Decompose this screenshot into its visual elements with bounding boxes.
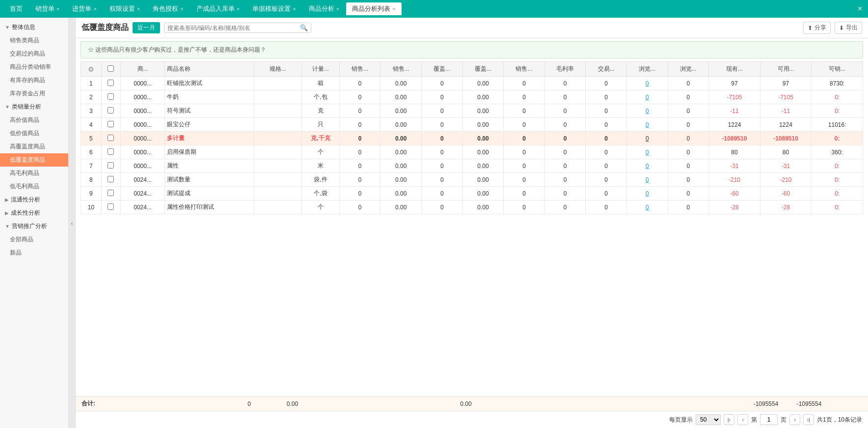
row-s1: 0 — [339, 187, 380, 200]
select-all-checkbox[interactable] — [108, 65, 114, 72]
row-checkbox[interactable] — [108, 107, 114, 114]
sidebar-item-high-margin[interactable]: 高毛利商品 — [0, 167, 68, 180]
sidebar-section-overall[interactable]: ▼ 整体信息 — [0, 21, 68, 34]
nav-close-purchase[interactable]: × — [93, 6, 96, 12]
sidebar-item-category-rate[interactable]: 商品分类动销率 — [0, 60, 68, 74]
row-check[interactable] — [101, 173, 120, 187]
row-spec — [254, 118, 302, 132]
sidebar-section-circulation[interactable]: ▶ 流通性分析 — [0, 193, 68, 206]
row-spec — [254, 77, 302, 90]
next-page-button[interactable]: › — [789, 414, 800, 425]
row-browse1[interactable]: 0 — [627, 173, 668, 187]
sidebar-item-low-value[interactable]: 低价值商品 — [0, 127, 68, 140]
search-input[interactable] — [167, 25, 300, 31]
sidebar-item-low-coverage[interactable]: 低覆盖度商品 — [0, 153, 68, 167]
nav-close-all-button[interactable]: × — [858, 4, 862, 13]
nav-close-analysis-list[interactable]: × — [392, 6, 395, 12]
row-checkbox[interactable] — [108, 176, 114, 182]
sidebar-item-low-margin[interactable]: 低毛利商品 — [0, 180, 68, 193]
nav-close-products[interactable]: × — [237, 6, 240, 12]
sidebar-item-in-stock[interactable]: 有库存的商品 — [0, 74, 68, 87]
row-trade: 0 — [586, 132, 627, 145]
row-check[interactable] — [101, 145, 120, 159]
row-check[interactable] — [101, 104, 120, 118]
per-page-select[interactable]: 50 100 — [696, 414, 721, 425]
row-spec — [254, 104, 302, 118]
row-checkbox[interactable] — [108, 93, 114, 100]
sidebar-item-sales-goods[interactable]: 销售类商品 — [0, 34, 68, 47]
sidebar-section-sales-analysis[interactable]: ▼ 类销量分析 — [0, 100, 68, 114]
nav-close-sales[interactable]: × — [56, 6, 59, 12]
row-check[interactable] — [101, 77, 120, 90]
nav-templates[interactable]: 单据模板设置 × — [246, 2, 301, 15]
row-checkbox[interactable] — [108, 162, 114, 169]
row-browse1[interactable]: 0 — [627, 132, 668, 145]
col-settings[interactable]: ⚙ — [81, 62, 102, 77]
row-browse1[interactable]: 0 — [627, 90, 668, 104]
row-browse1[interactable]: 0 — [627, 104, 668, 118]
nav-close-templates[interactable]: × — [293, 6, 296, 12]
nav-roles[interactable]: 角色授权 × — [147, 2, 189, 15]
row-s2: 0.00 — [380, 104, 422, 118]
row-checkbox[interactable] — [108, 190, 114, 196]
last-page-button[interactable]: ›| — [803, 414, 814, 425]
sidebar-item-traded-goods[interactable]: 交易过的商品 — [0, 47, 68, 60]
sidebar-collapse-button[interactable]: ‹ — [69, 18, 76, 428]
nav-close-analysis[interactable]: × — [336, 6, 339, 12]
footer-stock2: -1095554 — [789, 400, 829, 407]
row-browse1[interactable]: 0 — [627, 77, 668, 90]
nav-permissions[interactable]: 权限设置 × — [104, 2, 146, 15]
period-button[interactable]: 近一月 — [133, 22, 160, 33]
sidebar-item-high-coverage[interactable]: 高覆盖度商品 — [0, 140, 68, 153]
row-browse1[interactable]: 0 — [627, 159, 668, 173]
nav-home[interactable]: 首页 — [4, 2, 28, 15]
gear-icon[interactable]: ⚙ — [88, 65, 94, 73]
nav-close-permissions[interactable]: × — [137, 6, 140, 12]
nav-sales[interactable]: 销货单 × — [29, 2, 65, 15]
row-check[interactable] — [101, 90, 120, 104]
row-stock1: 1224 — [709, 118, 760, 132]
row-s1: 0 — [339, 200, 380, 214]
col-checkbox[interactable] — [101, 62, 120, 77]
row-checkbox[interactable] — [108, 203, 114, 210]
row-s2: 0.00 — [380, 187, 422, 200]
page-input[interactable] — [760, 414, 778, 425]
nav-analysis[interactable]: 商品分析 × — [303, 2, 345, 15]
row-browse1[interactable]: 0 — [627, 200, 668, 214]
row-check[interactable] — [101, 200, 120, 214]
row-checkbox[interactable] — [108, 135, 114, 141]
row-checkbox[interactable] — [108, 121, 114, 127]
row-browse1[interactable]: 0 — [627, 118, 668, 132]
row-stock1: -60 — [709, 187, 760, 200]
row-name: 测试提成 — [165, 187, 254, 200]
nav-analysis-list[interactable]: 商品分析列表 × — [346, 2, 401, 15]
row-check[interactable] — [101, 187, 120, 200]
row-s2: 0.00 — [380, 90, 422, 104]
first-page-button[interactable]: |‹ — [724, 414, 734, 425]
row-unit: 个 — [302, 200, 340, 214]
row-checkbox[interactable] — [108, 80, 114, 86]
sidebar-section-growth[interactable]: ▶ 成长性分析 — [0, 206, 68, 220]
row-sale: 0: — [812, 104, 863, 118]
sidebar-item-new-goods[interactable]: 新品 — [0, 246, 68, 259]
sidebar-item-capital[interactable]: 库存资金占用 — [0, 87, 68, 100]
row-trade: 0 — [586, 145, 627, 159]
prev-page-button[interactable]: ‹ — [737, 414, 748, 425]
table-container[interactable]: ⚙ 商... 商品名称 规格... 计量... 销售... 销售... 覆盖..… — [81, 61, 863, 396]
row-browse1[interactable]: 0 — [627, 187, 668, 200]
row-browse1[interactable]: 0 — [627, 145, 668, 159]
row-check[interactable] — [101, 118, 120, 132]
nav-close-roles[interactable]: × — [180, 6, 183, 12]
sidebar-item-high-value[interactable]: 高价值商品 — [0, 114, 68, 127]
row-unit: 克,千克 — [302, 132, 340, 145]
sidebar-section-marketing[interactable]: ▼ 营销推广分析 — [0, 220, 68, 233]
nav-products[interactable]: 产成品入库单 × — [190, 2, 245, 15]
row-checkbox[interactable] — [108, 148, 114, 155]
export-button[interactable]: ⬇ 导出 — [835, 22, 862, 34]
row-check[interactable] — [101, 132, 120, 145]
nav-purchase[interactable]: 进货单 × — [66, 2, 102, 15]
sidebar-item-all-goods[interactable]: 全部商品 — [0, 233, 68, 246]
row-c1: 0 — [421, 104, 462, 118]
row-check[interactable] — [101, 159, 120, 173]
share-button[interactable]: ⬆ 分享 — [803, 22, 831, 34]
